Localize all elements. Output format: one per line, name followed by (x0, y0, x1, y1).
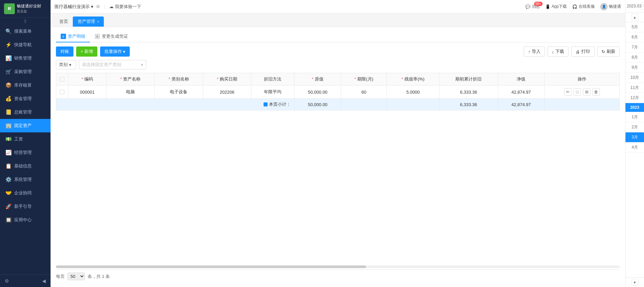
right-panel: 2023.03 ✕ ⤢ ▲ 5月 6月 7月 8月 9月 10月 11月 12月… (625, 0, 644, 287)
panel-header-icons: ✕ ⤢ (641, 3, 644, 9)
add-new-button[interactable]: + 新增 (76, 46, 97, 57)
sidebar-item-enterprise[interactable]: 🤝 企业协同 (0, 186, 51, 200)
main-area: 医疗器械行业演示 ▾ ⚙ | ☁ 我要体验一下 💬 消息 99+ 📱 App下载… (51, 0, 625, 287)
select-all-checkbox[interactable] (60, 77, 64, 82)
copy-icon[interactable]: □ (574, 88, 581, 96)
download-label: 下载 (555, 49, 564, 55)
sidebar-item-purchase[interactable]: 🛒 采购管理 (0, 65, 51, 78)
refresh-button[interactable]: ↻ 刷新 (597, 46, 620, 57)
username-label: 畅捷通 (609, 4, 621, 9)
sidebar-item-base-info[interactable]: 📋 基础信息 (0, 159, 51, 173)
sidebar-item-label: 资金管理 (14, 96, 32, 102)
service-icon: 🎧 (572, 4, 577, 9)
header-period: 期限(月) (341, 73, 387, 86)
sidebar-item-label: 经营管理 (14, 150, 32, 156)
month-6[interactable]: 6月 (625, 32, 644, 42)
sidebar-logo: 财 畅捷通好业财 普及版 (0, 0, 51, 18)
sidebar-item-finance[interactable]: 💰 资金管理 (0, 92, 51, 105)
sidebar-item-inventory[interactable]: 📦 库存核算 (0, 78, 51, 92)
delete-icon[interactable]: 🗑 (592, 88, 600, 96)
sidebar-item-guide[interactable]: 🚀 新手引导 (0, 200, 51, 213)
sub-tab-asset-list[interactable]: ≡ 资产明细 (56, 31, 90, 42)
panel-close-icon[interactable]: ✕ (641, 3, 644, 9)
base-info-icon: 📋 (5, 163, 11, 169)
batch-ops-button[interactable]: 批量操作 ▾ (100, 46, 130, 57)
batch-ops-label: 批量操作 (104, 49, 122, 55)
month-7[interactable]: 7月 (625, 42, 644, 53)
header-net-value: 净值 (498, 73, 544, 86)
per-page-select[interactable]: 50 100 200 (67, 273, 85, 280)
sidebar-item-quick-nav[interactable]: ⚡ 快捷导航 (0, 38, 51, 52)
row-checkbox[interactable] (60, 90, 64, 94)
horizontal-scrollbar[interactable] (56, 265, 620, 268)
sidebar-item-operations[interactable]: 📈 经营管理 (0, 146, 51, 159)
header-residual-rate: 残值率(%) (387, 73, 439, 86)
sidebar-item-label: 总账管理 (14, 109, 32, 115)
month-3-current[interactable]: 3月 (625, 132, 644, 142)
message-icon: 💬 (525, 4, 530, 9)
gear-icon[interactable]: ⚙ (96, 4, 100, 9)
category-input[interactable]: 请选择固定资产类别 ▾ (79, 60, 146, 69)
sidebar-item-label: 企业协同 (14, 190, 32, 196)
sidebar-item-label: 采购管理 (14, 69, 32, 75)
sidebar-item-label: 基础信息 (14, 163, 32, 169)
import-button[interactable]: ↑ 导入 (524, 46, 545, 57)
sidebar-item-fixed-assets[interactable]: 🏢 固定资产 (0, 119, 51, 132)
sidebar-nav: 🔍 搜索菜单 ⚡ 快捷导航 📊 销售管理 🛒 采购管理 📦 库存核算 💰 资金管… (0, 25, 51, 275)
sub-tab-change-voucher[interactable]: ≡ 变更生成凭证 (90, 31, 133, 42)
tab-close-icon[interactable]: × (97, 20, 99, 24)
sub-tab-label: 资产明细 (68, 33, 85, 39)
asset-management-tab[interactable]: 资产管理 × (73, 17, 104, 27)
sidebar-item-payroll[interactable]: 💵 工资 (0, 132, 51, 146)
row-depr-method: 年限平均 (251, 86, 294, 99)
month-5[interactable]: 5月 (625, 22, 644, 32)
sidebar-item-ledger[interactable]: 📒 总账管理 (0, 105, 51, 119)
sidebar-item-app-center[interactable]: 🔲 应用中心 (0, 213, 51, 227)
app-download-label: App下载 (552, 4, 567, 9)
month-down-arrow[interactable]: ▼ (632, 279, 638, 286)
app-download-button[interactable]: 📱 App下载 (545, 4, 567, 9)
experience-button[interactable]: ☁ 我要体验一下 (109, 4, 141, 10)
topbar: 医疗器械行业演示 ▾ ⚙ | ☁ 我要体验一下 💬 消息 99+ 📱 App下载… (51, 0, 625, 13)
enterprise-icon: 🤝 (5, 190, 11, 196)
month-4[interactable]: 4月 (625, 142, 644, 153)
sidebar-item-label: 新手引导 (14, 203, 32, 210)
user-menu[interactable]: 👤 畅捷通 (600, 3, 621, 10)
link-icon[interactable]: ⊞ (583, 88, 590, 96)
row-original-value: 50,000.00 (295, 86, 341, 99)
online-service-button[interactable]: 🎧 在线客服 (572, 4, 595, 9)
sidebar-item-system[interactable]: ⚙️ 系统管理 (0, 173, 51, 186)
sidebar-item-sales[interactable]: 📊 销售管理 (0, 52, 51, 65)
month-up-arrow[interactable]: ▲ (632, 14, 638, 21)
import-label: 导入 (532, 49, 541, 55)
settings-icon[interactable]: ⚙ (5, 278, 9, 284)
month-10[interactable]: 10月 (625, 73, 644, 83)
month-12[interactable]: 12月 (625, 93, 644, 103)
edit-icon[interactable]: ✏ (564, 88, 572, 96)
change-icon: ≡ (95, 34, 100, 39)
month-2[interactable]: 2月 (625, 122, 644, 132)
messages-button[interactable]: 💬 消息 99+ (525, 4, 540, 9)
header-code: 编码 (68, 73, 106, 86)
month-1[interactable]: 1月 (625, 112, 644, 122)
print-icon: 🖨 (576, 49, 580, 54)
reconcile-button[interactable]: 对账 (56, 46, 73, 57)
total-count: 条，共 1 条 (88, 274, 110, 280)
month-11[interactable]: 11月 (625, 83, 644, 93)
sidebar-item-label: 系统管理 (14, 177, 32, 183)
collapse-icon[interactable]: ◀ (42, 278, 46, 284)
experience-label: 我要体验一下 (115, 4, 141, 10)
category-filter[interactable]: 类别 ▾ (56, 60, 76, 69)
logo-text: 畅捷通好业财 (17, 4, 41, 9)
print-button[interactable]: 🖨 打印 (571, 46, 594, 57)
subtotal-original-value: 50,000.00 (295, 99, 341, 110)
content-area: ≡ 资产明细 ≡ 变更生成凭证 对账 + 新增 批量操作 ▾ ↑ (51, 27, 625, 287)
month-9[interactable]: 9月 (625, 63, 644, 73)
download-button[interactable]: ↓ 下载 (548, 46, 569, 57)
per-page-label: 每页 (56, 274, 65, 280)
sidebar-item-search[interactable]: 🔍 搜索菜单 (0, 25, 51, 38)
month-8[interactable]: 8月 (625, 53, 644, 63)
company-selector[interactable]: 医疗器械行业演示 ▾ (55, 4, 93, 10)
home-tab[interactable]: 首页 (55, 17, 73, 27)
subtotal-period (341, 99, 387, 110)
